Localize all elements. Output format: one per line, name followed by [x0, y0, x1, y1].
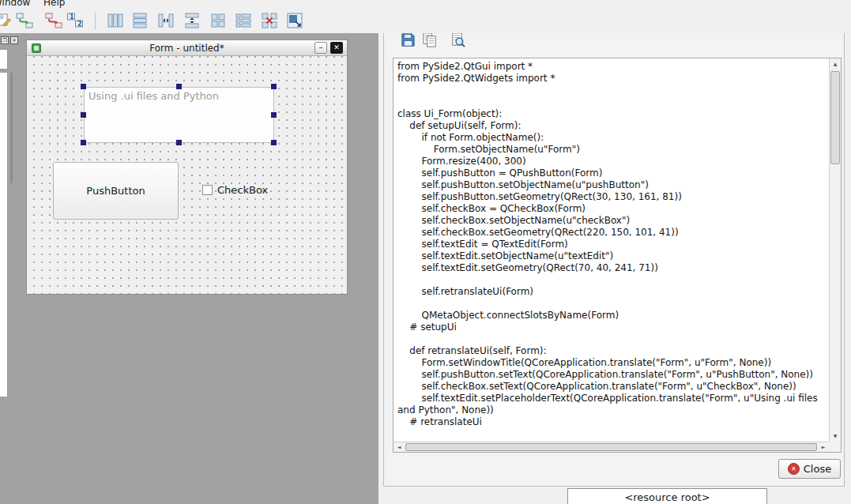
- pushbutton-widget[interactable]: PushButton: [53, 162, 179, 220]
- checkbox-label: CheckBox: [217, 184, 268, 196]
- edit-signals-slots-button[interactable]: [14, 10, 35, 31]
- close-button-label: Close: [804, 463, 831, 475]
- layout-form-button[interactable]: [233, 10, 254, 31]
- svg-text:2: 2: [77, 21, 82, 28]
- edit-tab-order-button[interactable]: 1 2: [65, 10, 85, 31]
- selection-handle[interactable]: [81, 84, 86, 89]
- print-preview-icon: [450, 32, 466, 48]
- dock-close-icon: ✕: [12, 37, 16, 43]
- selection-handle[interactable]: [176, 84, 182, 89]
- checkbox-box: [202, 185, 213, 195]
- save-icon: [400, 32, 416, 48]
- minimize-button[interactable]: –: [314, 42, 327, 54]
- pushbutton-label: PushButton: [86, 185, 145, 197]
- layout-horizontal-splitter-icon: [157, 12, 175, 29]
- form-title: Form - untitled*: [149, 43, 224, 54]
- layout-vertical-button[interactable]: [130, 10, 150, 31]
- dock-float-button[interactable]: ❐: [1, 36, 9, 44]
- layout-horizontal-button[interactable]: [105, 10, 126, 31]
- layout-vertical-splitter-button[interactable]: [182, 10, 202, 31]
- selection-handle[interactable]: [271, 84, 277, 89]
- layout-grid-button[interactable]: [208, 10, 228, 31]
- layout-grid-icon: [209, 12, 227, 29]
- scroll-right-arrow[interactable]: ►: [818, 442, 829, 452]
- edit-buddies-icon: [45, 12, 62, 29]
- break-layout-button[interactable]: [259, 10, 280, 31]
- selection-handle[interactable]: [81, 140, 86, 145]
- break-layout-icon: [261, 12, 278, 29]
- layout-vertical-icon: [131, 12, 149, 29]
- selection-handle[interactable]: [271, 112, 277, 118]
- edit-tab-order-icon: 1 2: [66, 12, 84, 29]
- checkbox-widget[interactable]: CheckBox: [202, 183, 268, 196]
- copy-icon: [421, 32, 438, 48]
- widgetbox-filter-partial[interactable]: [0, 49, 8, 70]
- layout-horizontal-splitter-button[interactable]: [156, 10, 176, 31]
- qt-designer-window: Window Help: [0, 0, 851, 504]
- layout-form-icon: [235, 12, 252, 29]
- svg-text:1: 1: [70, 13, 74, 21]
- edit-buddies-button[interactable]: [43, 10, 64, 31]
- code-area[interactable]: from PySide2.QtGui import * from PySide2…: [393, 58, 842, 453]
- selection-handle[interactable]: [271, 140, 277, 145]
- layout-horizontal-icon: [107, 12, 124, 29]
- edit-widgets-button[interactable]: [0, 10, 13, 31]
- adjust-size-icon: [286, 12, 303, 29]
- menu-window[interactable]: Window: [0, 0, 30, 8]
- scrollbar-corner: [829, 442, 841, 452]
- scroll-down-arrow[interactable]: ▼: [830, 431, 841, 442]
- selection-handle[interactable]: [81, 112, 86, 118]
- layout-vertical-splitter-icon: [183, 12, 201, 29]
- widgetbox-scrollbar[interactable]: [10, 73, 13, 183]
- adjust-size-button[interactable]: [284, 10, 305, 31]
- form-designer-window: Form - untitled* – ✕ PushButton: [26, 39, 348, 295]
- scroll-up-arrow[interactable]: ▲: [830, 58, 841, 70]
- menu-help[interactable]: Help: [43, 0, 65, 8]
- resource-browser: <resource root>: [567, 488, 767, 504]
- main-toolbar: 1 2: [0, 8, 851, 33]
- code-preview-dialog: from PySide2.QtGui import * from PySide2…: [383, 22, 845, 487]
- mdi-area: ❐ ✕ Form - untitled* – ✕: [0, 33, 378, 504]
- widgetbox-panel-partial: [0, 73, 8, 397]
- form-titlebar[interactable]: Form - untitled* – ✕: [27, 40, 347, 56]
- vertical-scrollbar[interactable]: ▲ ▼: [829, 58, 841, 442]
- menubar: Window Help: [0, 0, 851, 8]
- code-text: from PySide2.QtGui import * from PySide2…: [393, 58, 829, 442]
- textedit-widget[interactable]: [84, 87, 274, 143]
- designer-form-icon: [32, 43, 41, 53]
- horizontal-scrollbar[interactable]: ◄ ►: [393, 442, 829, 452]
- dock-close-button[interactable]: ✕: [10, 36, 18, 44]
- horizontal-scrollbar-thumb[interactable]: [405, 443, 817, 451]
- toolbar-separator: [95, 12, 96, 29]
- close-dialog-button[interactable]: ✕ Close: [778, 459, 841, 479]
- dock-float-icon: ❐: [2, 37, 6, 43]
- edit-widgets-icon: [0, 12, 12, 29]
- vertical-scrollbar-thumb[interactable]: [830, 71, 840, 164]
- edit-signals-slots-icon: [16, 12, 33, 29]
- form-canvas[interactable]: PushButton CheckBox: [27, 56, 347, 294]
- close-button[interactable]: ✕: [330, 42, 343, 54]
- resource-root-item[interactable]: <resource root>: [568, 489, 766, 503]
- scroll-left-arrow[interactable]: ◄: [393, 442, 405, 452]
- close-icon: ✕: [788, 463, 800, 475]
- selection-handle[interactable]: [176, 140, 182, 145]
